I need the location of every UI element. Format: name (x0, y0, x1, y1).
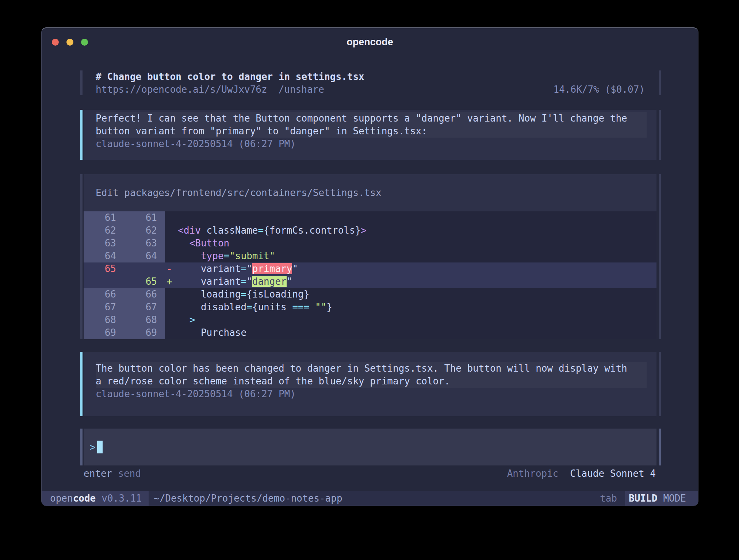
window-titlebar: opencode (42, 28, 698, 56)
tab-key-hint: tab (600, 493, 617, 504)
edit-left-bar (80, 174, 83, 339)
diff-row-context: 6161 (84, 211, 656, 224)
message-right-bar (659, 110, 661, 160)
edit-tool-block: Edit packages/frontend/src/containers/Se… (80, 174, 661, 339)
message-model-timestamp: claude-sonnet-4-20250514 (06:27 PM) (96, 138, 656, 150)
enter-key-hint: enter (84, 467, 112, 480)
minimize-button[interactable] (66, 39, 73, 46)
status-bar: opencode v0.3.11 ~/Desktop/Projects/demo… (42, 491, 698, 506)
message-accent-bar (80, 110, 83, 160)
prompt-right-bar (659, 429, 661, 465)
assistant-message: The button color has been changed to dan… (80, 352, 661, 416)
session-left-bar (80, 70, 83, 95)
diff-row-context: 6464 type="submit" (84, 250, 656, 262)
window-title: opencode (346, 37, 393, 48)
message-model-timestamp: claude-sonnet-4-20250514 (06:27 PM) (96, 388, 656, 400)
text-cursor (97, 441, 103, 453)
send-action-hint: send (118, 467, 141, 480)
message-text-line: The button color has been changed to dan… (96, 362, 647, 375)
message-right-bar (659, 352, 661, 416)
diff-row-removed: 65- variant="primary" (84, 262, 656, 275)
assistant-message: Perfect! I can see that the Button compo… (80, 110, 661, 160)
diff-rows: 61616262 <div className={formCs.controls… (84, 211, 656, 339)
session-title: # Change button color to danger in setti… (84, 70, 656, 83)
app-name: open (50, 493, 73, 504)
diff-row-added: 65+ variant="danger" (84, 275, 656, 288)
diff-row-context: 6868 > (84, 314, 656, 326)
message-accent-bar (80, 352, 83, 416)
prompt-symbol: > (84, 442, 96, 453)
close-button[interactable] (52, 39, 59, 46)
mode-segment[interactable]: BUILD MODE (625, 491, 698, 506)
context-usage-stats: 14.6K/7% ($0.07) (554, 83, 645, 96)
app-version-segment: opencode v0.3.11 (42, 491, 149, 506)
traffic-lights (52, 28, 88, 56)
app-version: v0.3.11 (102, 493, 142, 504)
diff-row-context: 6767 disabled={units === ""} (84, 301, 656, 314)
edit-right-bar (659, 174, 661, 339)
diff-row-context: 6666 loading={isLoading} (84, 288, 656, 301)
session-right-bar (659, 70, 661, 95)
opencode-terminal-window: opencode # Change button color to danger… (41, 27, 698, 506)
diff-row-context: 6363 <Button (84, 237, 656, 250)
provider-label: Anthropic (507, 468, 559, 479)
message-text-line: a red/rose color scheme instead of the b… (96, 375, 647, 388)
edit-tool-title: Edit packages/frontend/src/containers/Se… (84, 174, 656, 211)
mode-suffix: MODE (663, 493, 686, 504)
working-directory: ~/Desktop/Projects/demo-notes-app (154, 493, 342, 504)
zoom-button[interactable] (81, 39, 88, 46)
message-text-line: Perfect! I can see that the Button compo… (96, 112, 647, 125)
hints-row: enter send Anthropic Claude Sonnet 4 (84, 467, 656, 480)
prompt-input[interactable]: > (80, 429, 661, 465)
model-label: Claude Sonnet 4 (570, 468, 656, 479)
diff-row-context: 6262 <div className={formCs.controls}> (84, 224, 656, 237)
session-header: # Change button color to danger in setti… (80, 70, 661, 95)
session-share-url: https://opencode.ai/s/UwJxv76z (96, 83, 267, 96)
mode-name: BUILD (629, 493, 657, 504)
diff-row-context: 6969 Purchase (84, 326, 656, 339)
unshare-command: /unshare (279, 83, 324, 96)
message-text-line: button variant from "primary" to "danger… (96, 125, 647, 138)
prompt-left-bar (80, 429, 83, 465)
